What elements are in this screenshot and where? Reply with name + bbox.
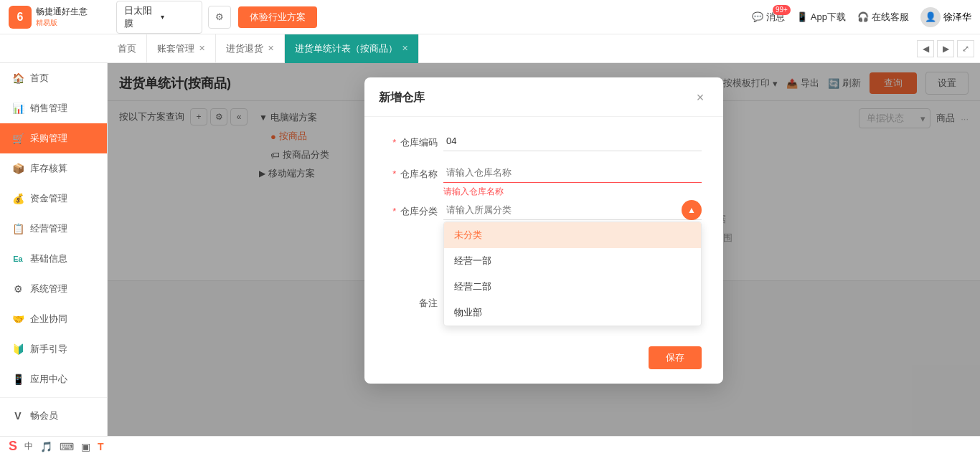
dialog-footer: 保存: [364, 338, 723, 384]
sidebar-item-basic[interactable]: Ea 基础信息: [0, 244, 107, 274]
dialog-close-btn[interactable]: ×: [692, 89, 709, 106]
sales-icon: 📊: [11, 102, 24, 115]
guide-icon: 🔰: [11, 343, 24, 356]
trial-button[interactable]: 体验行业方案: [238, 6, 317, 28]
modal-overlay[interactable]: 新增仓库 × * 仓库编码 *: [108, 63, 980, 456]
message-badge: 99+: [773, 5, 791, 15]
operation-icon: 📋: [11, 222, 24, 235]
s-icon: S: [9, 439, 17, 454]
statusbar: S 中 🎵 ⌨ ▣ T: [0, 436, 980, 456]
basic-icon: Ea: [11, 252, 24, 265]
tab-purchase-return[interactable]: 进货退货 ✕: [216, 34, 285, 63]
logo-area: 6 畅捷通好生意 精易版: [9, 6, 116, 29]
name-error-hint: 请输入仓库名称: [443, 186, 504, 198]
sidebar-item-guide[interactable]: 🔰 新手引导: [0, 334, 107, 364]
sidebar-item-finance[interactable]: 💰 资金管理: [0, 184, 107, 214]
tab-close-account[interactable]: ✕: [199, 44, 205, 53]
user-avatar: 👤: [920, 7, 941, 27]
dialog-body: * 仓库编码 * 仓库名称 请输入仓库名称: [364, 117, 723, 338]
tab-bar: 首页 账套管理 ✕ 进货退货 ✕ 进货单统计表（按商品） ✕ ◀ ▶ ⤢: [0, 34, 980, 63]
category-field: ▲ 未分类 经营一部 经营二部 物业部: [443, 200, 702, 220]
logo-icon: 6: [9, 6, 32, 29]
category-option-2[interactable]: 经营二部: [444, 274, 701, 300]
app-download-item[interactable]: 📱 App下载: [796, 11, 846, 24]
purchase-icon: 🛒: [11, 132, 24, 145]
new-warehouse-dialog: 新增仓库 × * 仓库编码 *: [364, 77, 723, 384]
system-icon: ⚙: [11, 282, 24, 295]
sidebar-item-home[interactable]: 🏠 首页: [0, 63, 107, 93]
code-input[interactable]: [443, 131, 702, 151]
online-service-item[interactable]: 🎧 在线客服: [857, 11, 909, 24]
message-icon-item[interactable]: 💬 消息 99+: [752, 11, 785, 24]
user-area[interactable]: 👤 徐泽华: [920, 7, 971, 27]
inventory-icon: 📦: [11, 162, 24, 175]
save-button[interactable]: 保存: [649, 346, 702, 369]
category-option-1[interactable]: 经营一部: [444, 248, 701, 274]
sidebar-item-system[interactable]: ⚙ 系统管理: [0, 274, 107, 304]
display-icon: ▣: [81, 441, 90, 452]
tab-close-purchase-return[interactable]: ✕: [268, 44, 274, 53]
tab-home[interactable]: 首页: [108, 34, 147, 63]
sidebar: 🏠 首页 📊 销售管理 🛒 采购管理 📦 库存核算 💰 资金管理 📋 经营管理 …: [0, 63, 108, 456]
tab-controls: ◀ ▶ ⤢: [917, 40, 980, 57]
note-label: 备注: [386, 292, 443, 310]
phone-icon: 📱: [796, 11, 808, 22]
store-selector[interactable]: 日太阳膜 ▾: [116, 1, 202, 34]
category-option-0[interactable]: 未分类: [444, 222, 701, 248]
sidebar-divider: [0, 397, 107, 398]
sidebar-item-inventory[interactable]: 📦 库存核算: [0, 153, 107, 184]
settings-icon[interactable]: ⚙: [208, 6, 231, 29]
enterprise-icon: 🤝: [11, 313, 24, 326]
sidebar-item-purchase[interactable]: 🛒 采购管理: [0, 123, 107, 153]
dialog-header: 新增仓库 ×: [364, 77, 723, 117]
code-label: * 仓库编码: [386, 131, 443, 149]
finance-icon: 💰: [11, 192, 24, 205]
content-area: 进货单统计(按商品) 🖨 按模板打印 ▾ 📤 导出 🔄 刷新 查询 设置: [108, 63, 980, 456]
t-icon: T: [98, 441, 104, 452]
home-icon: 🏠: [11, 72, 24, 85]
category-toggle-btn[interactable]: ▲: [682, 200, 702, 220]
sidebar-item-sales[interactable]: 📊 销售管理: [0, 93, 107, 123]
dialog-title: 新增仓库: [379, 90, 425, 105]
sidebar-item-apps[interactable]: 📱 应用中心: [0, 364, 107, 394]
sidebar-item-member[interactable]: V 畅会员: [0, 401, 107, 431]
store-dropdown-arrow: ▾: [161, 13, 194, 21]
tab-expand-btn[interactable]: ⤢: [957, 40, 974, 57]
headphone-icon: 🎧: [857, 11, 869, 22]
category-field-row: * 仓库分类 ▲ 未分类 经营一部 经营二部 物业部: [386, 200, 702, 220]
tab-purchase-stats[interactable]: 进货单统计表（按商品） ✕: [285, 34, 419, 63]
sidebar-item-enterprise[interactable]: 🤝 企业协同: [0, 304, 107, 334]
code-field-row: * 仓库编码: [386, 131, 702, 151]
sidebar-item-operation[interactable]: 📋 经营管理: [0, 214, 107, 244]
apps-icon: 📱: [11, 373, 24, 386]
zh-icon: 中: [24, 440, 33, 452]
header-right: 💬 消息 99+ 📱 App下载 🎧 在线客服 👤 徐泽华: [752, 7, 971, 27]
category-label: * 仓库分类: [386, 200, 443, 218]
tab-next-btn[interactable]: ▶: [937, 40, 954, 57]
category-dropdown: 未分类 经营一部 经营二部 物业部: [443, 222, 702, 326]
top-header: 6 畅捷通好生意 精易版 日太阳膜 ▾ ⚙ 体验行业方案 💬 消息 99+ 📱 …: [0, 0, 980, 34]
keyboard-icon: ⌨: [60, 441, 74, 452]
category-option-3[interactable]: 物业部: [444, 300, 701, 326]
tab-account[interactable]: 账套管理 ✕: [147, 34, 216, 63]
name-label: * 仓库名称: [386, 163, 443, 181]
tab-prev-btn[interactable]: ◀: [917, 40, 934, 57]
main-layout: 🏠 首页 📊 销售管理 🛒 采购管理 📦 库存核算 💰 资金管理 📋 经营管理 …: [0, 63, 980, 456]
category-input[interactable]: [443, 200, 702, 220]
logo-text: 畅捷通好生意 精易版: [36, 6, 88, 27]
message-icon: 💬: [752, 11, 763, 22]
member-icon: V: [11, 409, 24, 422]
name-input[interactable]: [443, 163, 702, 183]
name-field-row: * 仓库名称 请输入仓库名称: [386, 163, 702, 183]
tab-close-purchase-stats[interactable]: ✕: [402, 44, 408, 53]
mic-icon: 🎵: [40, 441, 52, 452]
